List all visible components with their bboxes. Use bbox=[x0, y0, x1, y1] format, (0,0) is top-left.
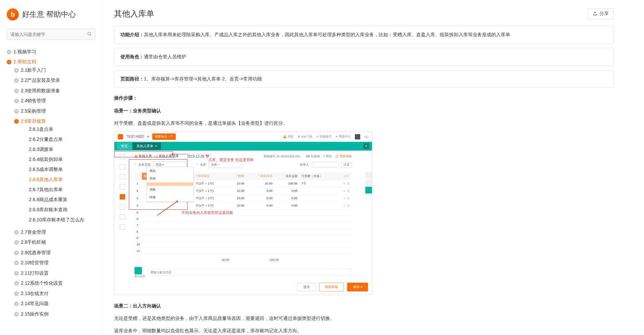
memo-input bbox=[149, 269, 352, 276]
scene-2-text-1: 无论是受赠，还是其他类型的业务，由于入库商品质量等原因，需要退回，这时可通过单据… bbox=[114, 314, 614, 323]
plus-icon: + bbox=[14, 230, 19, 235]
main-content: 其他入库单 分享 功能介绍：其他入库单用来处理除采购入库、产成品入库之外的其他入… bbox=[102, 0, 626, 335]
shot-test-id: TEST-H002 bbox=[126, 135, 144, 138]
nav-item-268[interactable]: 2.6.8商品成本重算 bbox=[29, 197, 67, 203]
nav-item-262[interactable]: 2.6.2分量盘点单 bbox=[29, 136, 63, 143]
cfg-button: 设置 bbox=[341, 162, 352, 168]
shot-quicklinks: ⌨ 快捷键 ? 帮助 🕘 历史单据 bbox=[306, 154, 352, 159]
scene-1-text: 对于受赠、盘盈或是拆装入库等不同的业务，是通过单据头【业务类型】进行区分。 bbox=[114, 119, 614, 127]
nav-item-29[interactable]: +2.9优惠券管理 bbox=[14, 250, 51, 256]
shot-sum: 40.00 100.00 bbox=[135, 257, 352, 265]
nav-item-26[interactable]: −2.6库存核算 bbox=[14, 118, 46, 124]
nav-item-267[interactable]: 2.6.7其他出库单 bbox=[29, 187, 63, 193]
nav-item-22[interactable]: +2.2产品安装及登录 bbox=[14, 77, 60, 83]
plus-icon: + bbox=[14, 240, 19, 245]
shot-tab-home: 首页 bbox=[117, 143, 132, 150]
nav-item-214[interactable]: +2.14常见问题 bbox=[14, 301, 49, 307]
nav-item-213[interactable]: +2.13在线支付 bbox=[14, 291, 49, 297]
memo-label: 备注信息 bbox=[135, 274, 145, 278]
plus-icon: + bbox=[14, 271, 19, 276]
role-box: 使用角色：通常由仓管人员维护 bbox=[114, 48, 614, 66]
nav-item-212[interactable]: +2.12系统个性化设置 bbox=[14, 280, 63, 286]
shot-right-tools bbox=[365, 172, 372, 194]
shot-side-icons bbox=[114, 151, 130, 295]
memo-icon bbox=[135, 267, 142, 274]
plus-icon: + bbox=[14, 89, 19, 93]
nav-item-28[interactable]: +2.8手机旺铺 bbox=[14, 239, 46, 245]
logo-icon: b bbox=[7, 8, 19, 20]
scene-2-title: 场景二：出入方向确认 bbox=[114, 302, 614, 310]
wh-label: 仓库 bbox=[200, 163, 206, 167]
intro-box: 功能介绍：其他入库单用来处理除采购入库、产成品入库之外的其他入库业务，因此其他入… bbox=[114, 26, 614, 44]
share-icon bbox=[593, 11, 597, 16]
shot-date: 2019-12-26 📅 bbox=[185, 154, 212, 159]
nav-item-25[interactable]: +2.5采购管理 bbox=[14, 108, 46, 114]
minus-icon: − bbox=[7, 60, 11, 64]
svg-line-1 bbox=[90, 35, 91, 36]
annotation-2: 不同业务的入库类型在这里切换 bbox=[181, 210, 233, 215]
plus-icon: + bbox=[14, 312, 19, 317]
search-box bbox=[7, 29, 95, 40]
nav-item-215[interactable]: +2.15操作实例 bbox=[14, 311, 49, 317]
mini-logo-icon bbox=[118, 134, 123, 139]
nav-item-211[interactable]: +2.11打印设置 bbox=[14, 270, 49, 276]
nav-item-24[interactable]: +2.4销售管理 bbox=[14, 98, 46, 104]
shot-top-action: 我要做点一下 bbox=[152, 133, 176, 140]
biztype-dropdown: 商品 其他 切换 快速 bbox=[147, 167, 194, 202]
nav-item-docs[interactable]: −2.帮助文档 bbox=[7, 59, 36, 65]
steps-heading: 操作步骤： bbox=[114, 94, 614, 102]
brand-title: 好生意 帮助中心 bbox=[22, 9, 76, 19]
nav-item-263[interactable]: 2.6.3调拨单 bbox=[29, 147, 53, 153]
nav-item-23[interactable]: +2.3使用前数据准备 bbox=[14, 88, 60, 94]
nav-item-261[interactable]: 2.6.1盘点单 bbox=[29, 126, 53, 132]
wh-select: 仓库一 bbox=[209, 162, 242, 168]
shot-tab-doc: 其他入库单 × bbox=[132, 143, 161, 150]
svg-point-0 bbox=[88, 32, 91, 35]
minus-icon: − bbox=[14, 119, 19, 124]
nav-item-265[interactable]: 2.6.5成本调整单 bbox=[29, 167, 63, 173]
nav-item-27[interactable]: +2.7资金管理 bbox=[14, 229, 46, 235]
shot-top-links: 🔔 消息 ⊕ App下载 ⊕ 加载模式 ⊕ 帮助中心 CC bbox=[283, 134, 369, 139]
nav-item-266[interactable]: 2.6.6其他入库单 bbox=[29, 177, 63, 183]
handler-label: 经手人 bbox=[300, 163, 309, 167]
sidebar: b 好生意 帮助中心 +1.视频学习 −2.帮助文档 +2.1新手入门 +2.2… bbox=[0, 0, 102, 335]
plus-icon: + bbox=[14, 109, 19, 114]
plus-icon: + bbox=[14, 281, 19, 286]
share-button[interactable]: 分享 bbox=[588, 8, 614, 19]
scene-1-title: 场景一：业务类型确认 bbox=[114, 107, 614, 115]
page-title: 其他入库单 bbox=[114, 8, 154, 19]
nav-item-269[interactable]: 2.6.9库存账本查询 bbox=[29, 207, 67, 213]
plus-icon: + bbox=[7, 50, 11, 54]
nav-item-264[interactable]: 2.6.4组装拆卸单 bbox=[29, 157, 63, 163]
nav-item-2610[interactable]: 2.6.10库存账本错了怎么办 bbox=[29, 217, 84, 223]
handler-select bbox=[312, 162, 338, 167]
shot-cancel: 放弃 bbox=[298, 283, 316, 291]
shot-save: 保存 ▾ bbox=[347, 283, 368, 291]
screenshot-image: TEST-H002 ▾ 我要做点一下 🔔 消息 ⊕ App下载 ⊕ 加载模式 ⊕… bbox=[114, 131, 372, 295]
nav-item-210[interactable]: +2.10经营管理 bbox=[14, 260, 49, 266]
shot-docno: 单据编号 JC-20191226-001 bbox=[263, 154, 301, 159]
plus-icon: + bbox=[14, 68, 19, 73]
path-box: 页面路径：1、库存核算->库存管理->其他入库单 2、首页->常用功能 bbox=[114, 70, 614, 88]
nav-item-21[interactable]: +2.1新手入门 bbox=[14, 67, 46, 73]
nav-item-video[interactable]: +1.视频学习 bbox=[7, 49, 36, 55]
plus-icon: + bbox=[14, 291, 19, 296]
logo: b 好生意 帮助中心 bbox=[7, 8, 95, 20]
plus-icon: + bbox=[14, 78, 19, 83]
plus-icon: + bbox=[14, 301, 19, 306]
nav-tree: +1.视频学习 −2.帮助文档 +2.1新手入门 +2.2产品安装及登录 +2.… bbox=[7, 47, 95, 321]
shot-draft: 保存草稿 bbox=[319, 283, 344, 291]
plus-icon: + bbox=[14, 261, 19, 265]
close-icon: × bbox=[363, 143, 369, 149]
plus-icon: + bbox=[14, 250, 19, 255]
plus-icon: + bbox=[14, 99, 19, 103]
scene-2-text-2: 退库业务中，明细数量均以负值红色展示。无论是入库还是退库，库存账均记在入库方向。 bbox=[114, 327, 614, 335]
search-input[interactable] bbox=[7, 29, 95, 40]
annotation-1: 入库、退货业务 在这里切换 bbox=[208, 157, 254, 162]
search-icon[interactable] bbox=[87, 32, 92, 37]
